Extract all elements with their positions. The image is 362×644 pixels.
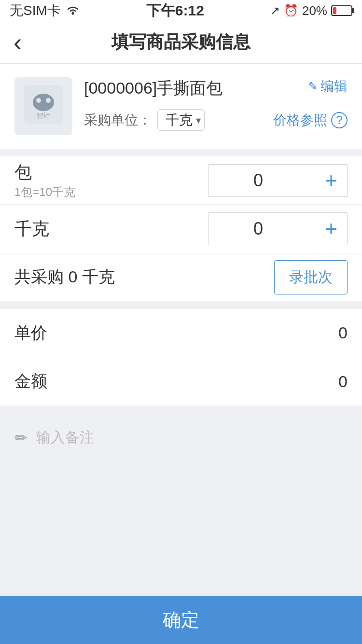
product-logo: 智计 (24, 85, 63, 127)
amount-row: 金额 0 (0, 357, 362, 406)
unit-label: 采购单位： (84, 111, 152, 129)
input-section: 包 1包=10千克 + 千克 + (0, 156, 362, 253)
alarm-icon: ⏰ (284, 4, 298, 17)
unit-select-wrapper[interactable]: 千克 包 ▾ (152, 109, 205, 131)
kg-label: 千克 (14, 217, 209, 241)
kg-input-controls: + (209, 212, 348, 245)
product-info: [0000006]手撕面包 ✎ 编辑 采购单位： 千克 包 ▾ 价格参照 ? (84, 77, 348, 131)
status-left: 无SIM卡 (10, 1, 80, 20)
product-image: 智计 (14, 77, 72, 135)
svg-point-3 (36, 98, 41, 103)
divider-1 (0, 149, 362, 156)
purchase-unit-row: 采购单位： 千克 包 ▾ 价格参照 ? (84, 109, 348, 131)
price-ref-help-icon: ? (331, 112, 348, 128)
price-ref-button[interactable]: 价格参照 ? (273, 111, 348, 129)
summary-text: 共采购 0 千克 (14, 266, 115, 288)
product-name: [0000006]手撕面包 (84, 77, 223, 99)
kg-label-group: 千克 (14, 217, 209, 241)
edit-button[interactable]: ✎ 编辑 (308, 77, 348, 96)
svg-point-4 (46, 98, 51, 103)
back-button[interactable]: ‹ (14, 28, 22, 57)
product-card: 智计 [0000006]手撕面包 ✎ 编辑 采购单位： 千克 包 ▾ (0, 64, 362, 149)
package-input-controls: + (209, 164, 348, 197)
amount-value: 0 (338, 372, 348, 391)
confirm-button[interactable]: 确定 (0, 596, 362, 644)
package-input[interactable] (209, 164, 315, 197)
price-label: 单价 (14, 322, 47, 344)
price-value: 0 (338, 323, 348, 342)
svg-point-0 (71, 13, 74, 15)
content-body (0, 462, 362, 607)
location-icon: ↗ (270, 4, 280, 17)
package-label: 包 (14, 161, 209, 184)
page-title: 填写商品采购信息 (111, 30, 251, 54)
detail-section: 单价 0 金额 0 (0, 309, 362, 406)
product-header: [0000006]手撕面包 ✎ 编辑 (84, 77, 348, 99)
divider-3 (0, 406, 362, 413)
status-bar: 无SIM卡 下午6:12 ↗ ⏰ 20% (0, 0, 362, 21)
pencil-icon: ✏ (14, 429, 28, 447)
unit-selector-group: 采购单位： 千克 包 ▾ (84, 109, 205, 131)
package-sublabel: 1包=10千克 (14, 184, 209, 200)
unit-select[interactable]: 千克 包 (157, 109, 205, 131)
edit-label: 编辑 (320, 77, 348, 96)
notes-section[interactable]: ✏ 输入备注 (0, 413, 362, 462)
package-input-row: 包 1包=10千克 + (0, 156, 362, 205)
nav-bar: ‹ 填写商品采购信息 (0, 21, 362, 64)
battery-percent: 20% (302, 3, 327, 18)
svg-text:智计: 智计 (37, 112, 50, 119)
kg-input-row: 千克 + (0, 205, 362, 253)
carrier-text: 无SIM卡 (10, 1, 61, 20)
notes-placeholder: 输入备注 (36, 428, 94, 448)
wifi-icon (66, 3, 80, 18)
package-plus-button[interactable]: + (315, 164, 348, 197)
package-label-group: 包 1包=10千克 (14, 161, 209, 200)
price-row: 单价 0 (0, 309, 362, 357)
battery-icon (331, 5, 352, 16)
amount-label: 金额 (14, 370, 47, 392)
kg-input[interactable] (209, 212, 315, 245)
divider-2 (0, 301, 362, 309)
status-right: ↗ ⏰ 20% (270, 3, 352, 18)
svg-point-2 (33, 94, 54, 111)
kg-plus-button[interactable]: + (315, 212, 348, 245)
summary-row: 共采购 0 千克 录批次 (0, 253, 362, 301)
status-time: 下午6:12 (146, 1, 204, 21)
price-ref-label: 价格参照 (273, 111, 327, 129)
record-batch-button[interactable]: 录批次 (274, 260, 348, 294)
edit-icon: ✎ (308, 80, 318, 93)
